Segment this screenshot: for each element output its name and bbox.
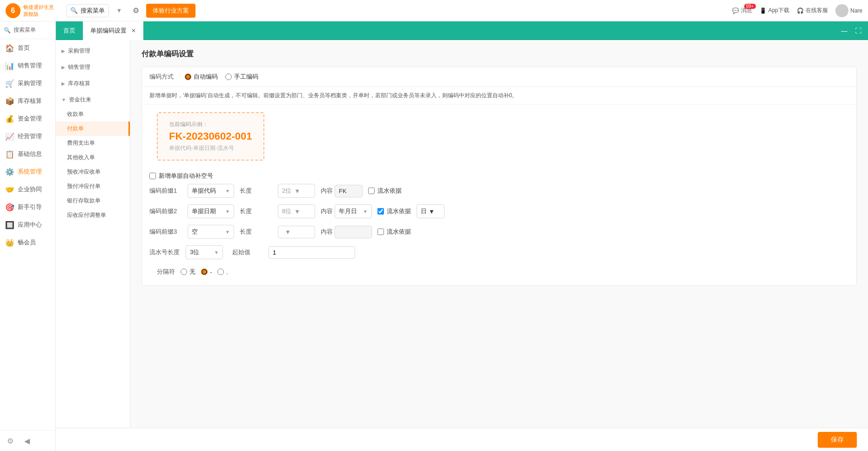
settings-icon[interactable]: ⚙	[129, 4, 142, 17]
submenu-item-other-income[interactable]: 其他收入单	[56, 150, 130, 165]
submenu-group-capital-title[interactable]: ▼ 资金往来	[56, 93, 130, 107]
length3-select[interactable]: ▼	[278, 226, 315, 238]
content-wrapper: 首页 单据编码设置 ✕ — ⛶ ▶ 采购管理	[56, 21, 868, 451]
message-btn[interactable]: 💬 消息 99+	[732, 7, 752, 14]
length2-select[interactable]: 8位 ▼	[278, 204, 315, 218]
serial2-checkbox[interactable]: 流水依据	[377, 207, 411, 215]
chevron-down-icon: ▼	[225, 188, 230, 194]
sidebar-search[interactable]: 🔍 首页 搜索菜单	[0, 21, 55, 39]
serial1-checkbox[interactable]: 流水依据	[368, 187, 402, 195]
sep-dash-input[interactable]	[201, 269, 208, 275]
minimize-btn[interactable]: —	[838, 25, 850, 37]
sep-dot-radio[interactable]: .	[217, 269, 228, 276]
radio-manual[interactable]: 手工编码	[225, 73, 258, 81]
serial3-checkbox[interactable]: 流水依据	[377, 228, 411, 236]
experience-btn[interactable]: 体验行业方案	[146, 4, 195, 18]
topbar: 6 畅捷通好生意 旗舰版 🔍 搜索菜单 ▼ ⚙ 体验行业方案 💬 消息 99+ …	[0, 0, 868, 21]
config-rows: 编码前缀1 单据代码 ▼ 长度 2位 ▼ 内容	[142, 184, 856, 285]
radio-auto[interactable]: 自动编码	[185, 73, 218, 81]
sidebar-item-basic-info[interactable]: 📋 基础信息	[0, 145, 55, 163]
submenu-item-receipt[interactable]: 收款单	[56, 107, 130, 121]
submenu-item-prepay-payable[interactable]: 预付冲应付单	[56, 179, 130, 194]
sidebar-item-finance[interactable]: 💰 资金管理	[0, 110, 55, 128]
submenu-group-capital: ▼ 资金往来 收款单 付款单 费用支出单 其他收入单	[56, 93, 130, 222]
sidebar-item-sales[interactable]: 📊 销售管理	[0, 57, 55, 74]
day-select[interactable]: 日 ▼	[417, 204, 444, 218]
settings-bottom-btn[interactable]: ⚙	[4, 434, 17, 447]
collapse-btn[interactable]: ◀	[20, 434, 34, 447]
content2-select[interactable]: 年月日 ▼	[335, 204, 372, 218]
tab-home[interactable]: 首页	[56, 21, 83, 40]
main-panel: 付款单编码设置 编码方式 自动编码 手工编码	[130, 40, 868, 428]
submenu-item-bank[interactable]: 银行存取款单	[56, 194, 130, 208]
config-row-prefix3: 编码前缀3 空 ▼ 长度 ▼ 内容	[149, 225, 849, 239]
submenu-item-adjust[interactable]: 应收应付调整单	[56, 208, 130, 222]
sep-dash-radio[interactable]: -	[201, 269, 212, 276]
search-menu[interactable]: 🔍 搜索菜单	[66, 4, 109, 17]
sidebar-item-member[interactable]: 👑 畅会员	[0, 234, 55, 251]
sidebar-item-guide[interactable]: 🎯 新手引导	[0, 198, 55, 216]
config-row-prefix2: 编码前缀2 单据日期 ▼ 长度 8位 ▼ 内容	[149, 204, 849, 218]
radio-auto-input[interactable]	[185, 74, 191, 80]
sidebar-item-inventory[interactable]: 📦 库存核算	[0, 92, 55, 110]
guide-icon: 🎯	[6, 203, 14, 211]
maximize-btn[interactable]: ⛶	[852, 25, 864, 37]
serial3-input[interactable]	[377, 229, 384, 235]
length3-label: 长度	[240, 228, 272, 236]
radio-manual-input[interactable]	[225, 74, 232, 80]
serial2-input[interactable]	[377, 208, 384, 215]
download-btn[interactable]: 📱 App下载	[760, 7, 789, 14]
code-preview-label: 当前编码示例：	[169, 121, 252, 128]
auto-fill-input[interactable]	[149, 173, 156, 179]
logo-text: 畅捷通好生意 旗舰版	[23, 4, 54, 17]
topbar-dropdown[interactable]: ▼	[113, 4, 126, 17]
submenu-group-purchase-title[interactable]: ▶ 采购管理	[56, 44, 130, 58]
prefix3-select[interactable]: 空 ▼	[188, 225, 234, 239]
service-btn[interactable]: 🎧 在线客服	[797, 7, 828, 14]
sep-none-input[interactable]	[181, 269, 187, 275]
sidebar-item-home[interactable]: 🏠 首页	[0, 39, 55, 57]
content1-value: FK	[335, 185, 363, 197]
operations-icon: 📈	[6, 132, 14, 141]
submenu-item-payment[interactable]: 付款单	[56, 121, 130, 136]
sidebar-item-purchase[interactable]: 🛒 采购管理	[0, 74, 55, 92]
content1-label: 内容	[321, 187, 333, 195]
sidebar-item-enterprise[interactable]: 🤝 企业协同	[0, 181, 55, 198]
sidebar-item-appstore[interactable]: 🔲 应用中心	[0, 216, 55, 234]
separator-row: 分隔符 无 - .	[149, 266, 849, 278]
encoding-radio-group: 自动编码 手工编码	[185, 73, 258, 81]
serial-length-select[interactable]: 3位 ▼	[186, 245, 223, 259]
save-button[interactable]: 保存	[818, 432, 857, 448]
submenu-item-prepay-receivable[interactable]: 预收冲应收单	[56, 165, 130, 179]
start-value-input[interactable]	[269, 246, 355, 259]
sidebar-item-operations[interactable]: 📈 经营管理	[0, 128, 55, 145]
prefix2-label: 编码前缀2	[149, 207, 182, 215]
prefix2-select[interactable]: 单据日期 ▼	[188, 204, 234, 218]
sidebar-item-system[interactable]: ⚙️ 系统管理	[0, 163, 55, 181]
sep-dot-input[interactable]	[217, 269, 224, 275]
topbar-center: 🔍 搜索菜单 ▼ ⚙ 体验行业方案	[66, 4, 727, 18]
code-preview-value: FK-20230602-001	[169, 130, 252, 142]
prefix1-select[interactable]: 单据代码 ▼	[188, 184, 234, 198]
inventory-icon: 📦	[6, 97, 14, 105]
purchase-icon: 🛒	[6, 79, 14, 88]
submenu-group-sales-title[interactable]: ▶ 销售管理	[56, 60, 130, 74]
tab-close-btn[interactable]: ✕	[131, 27, 136, 34]
submenu-item-expense[interactable]: 费用支出单	[56, 136, 130, 150]
chevron-down-icon: ▼	[294, 208, 300, 215]
sidebar-bottom: ⚙ ◀	[0, 430, 55, 451]
sep-none-radio[interactable]: 无	[181, 268, 195, 276]
system-icon: ⚙️	[6, 168, 14, 176]
tab-encoding-settings[interactable]: 单据编码设置 ✕	[83, 21, 143, 40]
submenu-group-inventory-title[interactable]: ▶ 库存核算	[56, 76, 130, 91]
user-area[interactable]: Nare	[835, 4, 862, 17]
serial-row: 流水号长度 3位 ▼ 起始值	[149, 245, 849, 259]
expand-arrow-icon: ▼	[61, 97, 66, 102]
serial1-input[interactable]	[368, 188, 375, 194]
length1-select[interactable]: 2位 ▼	[278, 184, 315, 198]
config-row-prefix1: 编码前缀1 单据代码 ▼ 长度 2位 ▼ 内容	[149, 184, 849, 198]
auto-fill-checkbox[interactable]: 新增单据自动补空号	[149, 172, 213, 180]
arrow-icon: ▶	[61, 65, 65, 70]
appstore-icon: 🔲	[6, 221, 14, 229]
submenu-group-inventory: ▶ 库存核算	[56, 76, 130, 91]
